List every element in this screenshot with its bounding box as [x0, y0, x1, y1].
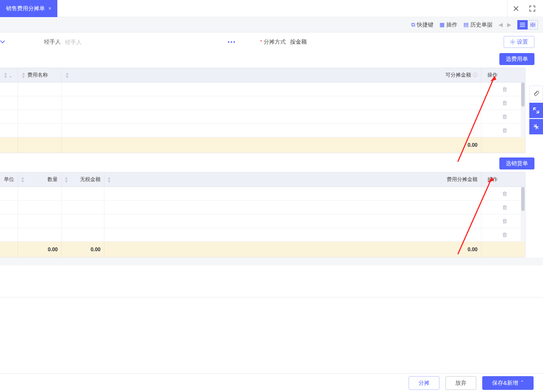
tab-close-icon[interactable]: × — [48, 6, 51, 12]
shortcut-button[interactable]: ⧉ 快捷键 — [411, 21, 433, 29]
sort-icon[interactable]: ▲▼ — [107, 176, 111, 183]
table-row[interactable]: 🗑 — [0, 187, 525, 201]
list-icon — [520, 23, 525, 27]
paperclip-icon — [533, 90, 540, 97]
sort-icon[interactable]: ▲▼ — [65, 72, 69, 79]
trash-icon[interactable]: 🗑 — [502, 113, 507, 120]
trash-icon[interactable]: 🗑 — [502, 100, 507, 106]
sum-notax: 0.00 — [91, 246, 101, 252]
scrollbar[interactable] — [521, 187, 525, 242]
shortcut-label: 快捷键 — [417, 21, 433, 29]
trash-icon[interactable]: 🗑 — [502, 86, 507, 92]
trash-icon[interactable]: 🗑 — [502, 218, 507, 224]
col-alloc-amount: 可分摊金额 — [445, 71, 471, 79]
view-list-button[interactable] — [517, 20, 528, 30]
discard-button[interactable]: 放弃 — [445, 376, 476, 390]
active-tab[interactable]: 销售费用分摊单 × — [0, 0, 57, 17]
svg-rect-1 — [533, 23, 535, 24]
col-alloc: 费用分摊金额 — [447, 176, 478, 183]
col-op: 操作 — [487, 71, 498, 79]
scrollbar[interactable] — [521, 83, 525, 137]
sort-icon[interactable]: ▲▼ — [64, 176, 68, 183]
save-label: 保存&新增 — [492, 379, 518, 387]
fullscreen-icon — [529, 6, 535, 12]
table-row[interactable]: 🗑 — [0, 228, 525, 242]
method-value[interactable]: 按金额 — [290, 38, 436, 46]
pager: ◀ ▶ — [498, 21, 511, 28]
history-button[interactable]: ▤ 历史单据 — [463, 21, 493, 29]
settings-label: 设置 — [517, 38, 528, 46]
table-row[interactable]: 🗑 — [0, 96, 525, 110]
side-panel — [529, 86, 543, 134]
info-icon[interactable]: ⓘ — [473, 72, 478, 78]
grid-icon: ▦ — [439, 21, 445, 28]
table-row[interactable]: 🗑 — [0, 124, 525, 137]
col-notax: 无税金额 — [80, 176, 101, 183]
save-new-button[interactable]: 保存&新增 ˄ — [482, 376, 534, 390]
trash-icon[interactable]: 🗑 — [502, 232, 507, 238]
toolbar: ⧉ 快捷键 ▦ 操作 ▤ 历史单据 ◀ ▶ — [0, 17, 543, 33]
table-row[interactable]: 🗑 — [0, 110, 525, 124]
expand-in-button[interactable] — [529, 119, 543, 134]
sum-amount: 0.00 — [468, 142, 478, 148]
tab-title: 销售费用分摊单 — [6, 5, 45, 12]
sum-alloc: 0.00 — [468, 246, 478, 252]
trash-icon[interactable]: 🗑 — [502, 127, 507, 134]
svg-rect-2 — [530, 25, 532, 27]
fullscreen-button[interactable] — [526, 0, 539, 17]
footer: 分摊 放弃 保存&新增 ˄ — [0, 373, 543, 392]
sales-grid-header: 单位 ▲▼数量 ▲▼无税金额 ▲▼费用分摊金额 操作 — [0, 172, 525, 187]
handler-more-icon[interactable]: ••• — [228, 39, 236, 45]
attachment-button[interactable] — [529, 86, 543, 101]
select-fee-order-button[interactable]: 选费用单 — [499, 53, 534, 65]
handler-label: 经手人 — [39, 38, 61, 46]
col-0: 、 — [9, 71, 15, 79]
svg-rect-0 — [530, 23, 532, 24]
view-card-button[interactable] — [528, 20, 538, 30]
handler-input[interactable] — [65, 39, 228, 45]
table-row[interactable]: 🗑 — [0, 83, 525, 96]
svg-rect-3 — [533, 25, 535, 27]
select-sales-order-button[interactable]: 选销货单 — [499, 157, 534, 169]
trash-icon[interactable]: 🗑 — [502, 204, 507, 211]
clipboard-icon: ⧉ — [411, 21, 415, 28]
chevron-up-icon: ˄ — [521, 380, 524, 386]
trash-icon[interactable]: 🗑 — [502, 190, 507, 197]
sort-icon[interactable]: ▲▼ — [21, 72, 26, 79]
operate-label: 操作 — [446, 21, 457, 29]
form-row: 经手人 ••• 分摊方式 按金额 设置 — [0, 33, 543, 51]
sort-icon[interactable]: ▲▼ — [21, 176, 25, 183]
fee-grid: ▲▼、 ▲▼费用名称 ▲▼可分摊金额ⓘ 操作 🗑 🗑 🗑 🗑 0.00 — [0, 68, 525, 153]
col-unit: 单位 — [4, 176, 14, 183]
table-row[interactable]: 🗑 — [0, 214, 525, 228]
col-qty: 数量 — [47, 176, 58, 183]
operate-button[interactable]: ▦ 操作 — [439, 21, 457, 29]
expand-icon — [533, 107, 540, 114]
close-panel-button[interactable] — [507, 0, 524, 17]
doc-icon: ▤ — [463, 21, 469, 28]
pager-prev-icon[interactable]: ◀ — [498, 21, 503, 28]
divider — [0, 297, 543, 297]
settings-button[interactable]: 设置 — [504, 36, 534, 48]
col-fee-name: 费用名称 — [27, 71, 48, 79]
chevron-down-icon — [0, 40, 5, 44]
sort-icon[interactable]: ▲▼ — [3, 72, 8, 79]
allocate-button[interactable]: 分摊 — [409, 376, 439, 390]
history-label: 历史单据 — [470, 21, 493, 29]
collapse-icon — [533, 123, 540, 130]
section-gap — [0, 258, 543, 265]
pager-next-icon[interactable]: ▶ — [507, 21, 511, 28]
fee-grid-sum: 0.00 — [0, 137, 525, 153]
scroll-thumb[interactable] — [521, 83, 525, 107]
expand-out-button[interactable] — [529, 103, 543, 118]
close-icon — [513, 6, 519, 12]
col-op: 操作 — [487, 176, 498, 183]
svg-point-4 — [512, 41, 513, 43]
view-toggle — [517, 20, 538, 30]
scroll-thumb[interactable] — [521, 187, 525, 211]
gear-icon — [510, 39, 515, 45]
sales-grid: 单位 ▲▼数量 ▲▼无税金额 ▲▼费用分摊金额 操作 🗑 🗑 🗑 🗑 0.00 … — [0, 172, 525, 258]
method-label: 分摊方式 — [260, 38, 286, 46]
table-row[interactable]: 🗑 — [0, 201, 525, 214]
caret-left-dropdown[interactable] — [0, 40, 12, 44]
